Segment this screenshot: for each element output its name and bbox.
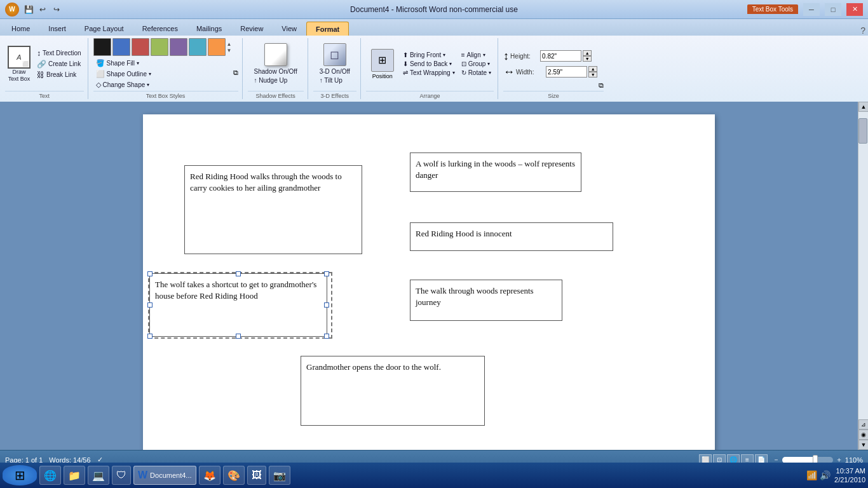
rotate-button[interactable]: ↻ Rotate ▾ <box>459 69 494 77</box>
width-input[interactable] <box>546 66 587 78</box>
swatch-black[interactable] <box>93 38 111 56</box>
width-down[interactable]: ▼ <box>588 72 597 78</box>
handle-br[interactable] <box>324 334 329 339</box>
taskbar-paint[interactable]: 🎨 <box>223 466 245 485</box>
draw-text-box-button[interactable]: A ⬜ DrawText Box <box>5 44 33 84</box>
styles-expand-button[interactable]: ⧉ <box>233 69 238 77</box>
arrange-content: ⊞ Position ⬆ Bring Front ▾ ⬇ Send to Bac… <box>366 38 494 90</box>
scroll-track[interactable] <box>858 112 868 419</box>
height-input[interactable] <box>540 50 581 62</box>
camera-icon: 📷 <box>273 470 286 482</box>
close-button[interactable]: ✕ <box>846 3 863 16</box>
start-button[interactable]: ⊞ <box>3 465 37 485</box>
scroll-up-button[interactable]: ▲ <box>858 102 868 112</box>
height-down[interactable]: ▼ <box>583 56 592 62</box>
taskbar-camera[interactable]: 📷 <box>269 466 290 485</box>
tab-references[interactable]: References <box>133 22 187 36</box>
swatch-green[interactable] <box>151 38 168 56</box>
taskbar-ie[interactable]: 🌐 <box>39 466 61 485</box>
align-arrow: ▾ <box>483 52 485 58</box>
redo-quick-button[interactable]: ↪ <box>51 4 62 15</box>
zoom-bar[interactable] <box>782 457 833 463</box>
shape-fill-button[interactable]: 🪣 Shape Fill ▾ <box>93 58 232 68</box>
tab-insert[interactable]: Insert <box>39 22 75 36</box>
size-expand-button[interactable]: ⧉ <box>599 81 604 90</box>
scroll-select[interactable]: ◉ <box>858 430 868 440</box>
textbox-2[interactable]: The wolf takes a shortcut to get to gran… <box>149 273 327 337</box>
threed-on-off[interactable]: 3-D On/Off <box>317 67 353 76</box>
tab-format[interactable]: Format <box>306 22 349 36</box>
bring-front-button[interactable]: ⬆ Bring Front ▾ <box>400 51 458 59</box>
draw-text-box-icon: A ⬜ <box>8 46 31 69</box>
shadow-on-off[interactable]: Shadow On/Off <box>252 67 300 76</box>
handle-mr[interactable] <box>324 302 329 308</box>
maximize-button[interactable]: □ <box>825 3 841 16</box>
textbox-5[interactable]: The walk through woods represents journe… <box>410 280 562 321</box>
word-icon: W <box>138 470 147 481</box>
create-link-button[interactable]: 🔗 Create Link <box>34 59 84 69</box>
minimize-button[interactable]: ─ <box>803 3 820 16</box>
swatch-red[interactable] <box>132 38 149 56</box>
shape-outline-button[interactable]: ⬜ Shape Outline ▾ <box>93 69 232 79</box>
taskbar-computer[interactable]: 💻 <box>88 466 109 485</box>
scroll-thumb[interactable] <box>858 118 867 144</box>
scroll-next-page[interactable]: ▼ <box>858 440 868 450</box>
swatch-blue[interactable] <box>112 38 130 56</box>
scroll-prev-page[interactable]: ⊿ <box>858 419 868 430</box>
taskbar-photos[interactable]: 🖼 <box>247 466 266 485</box>
save-quick-button[interactable]: 💾 <box>23 4 34 15</box>
swatch-teal[interactable] <box>189 38 207 56</box>
handle-tr[interactable] <box>324 271 329 276</box>
tab-home[interactable]: Home <box>3 22 39 36</box>
height-label: Height: <box>510 53 539 60</box>
explorer-icon: 📁 <box>68 470 81 482</box>
tab-review[interactable]: Review <box>231 22 272 36</box>
send-to-back-button[interactable]: ⬇ Send to Back ▾ <box>400 60 458 68</box>
break-link-button[interactable]: ⛓ Break Link <box>34 70 84 80</box>
swatch-scroll[interactable]: ▲ ▼ <box>227 38 232 56</box>
taskbar-word[interactable]: W Document4... <box>133 466 196 485</box>
text-direction-button[interactable]: ↕ Text Direction <box>34 48 84 58</box>
textbox-4[interactable]: Red Riding Hood is innocent <box>410 222 613 251</box>
height-row: ↕ Height: ▲ ▼ <box>503 50 597 63</box>
taskbar-security[interactable]: 🛡 <box>112 466 131 485</box>
office-button[interactable]: W <box>5 3 19 17</box>
width-up[interactable]: ▲ <box>588 66 597 72</box>
group-button[interactable]: ⊡ Group ▾ <box>459 60 494 68</box>
shape-fill-label: Shape Fill <box>107 60 135 67</box>
size-content: ↕ Height: ▲ ▼ ↔ Width: <box>503 38 604 90</box>
handle-tl[interactable] <box>147 271 153 276</box>
tab-page-layout[interactable]: Page Layout <box>76 22 133 36</box>
scroll-area[interactable]: Red Riding Hood walks through the woods … <box>0 102 858 450</box>
taskbar-firefox[interactable]: 🦊 <box>199 466 220 485</box>
shadow-effects-button[interactable]: Shadow On/Off ↑ Nudge Up <box>248 42 304 86</box>
align-icon: ≡ <box>461 51 465 58</box>
height-up[interactable]: ▲ <box>583 50 592 56</box>
handle-bl[interactable] <box>147 334 153 339</box>
taskbar-explorer[interactable]: 📁 <box>64 466 85 485</box>
handle-tm[interactable] <box>236 271 241 276</box>
text-wrapping-button[interactable]: ⇌ Text Wrapping ▾ <box>400 69 458 77</box>
align-button[interactable]: ≡ Align ▾ <box>459 51 494 59</box>
textbox-6[interactable]: Grandmother opens the door to the wolf. <box>301 356 485 426</box>
position-label: Position <box>372 73 393 79</box>
swatches-container: ▲ ▼ 🪣 Shape Fill ▾ ⬜ Shape Outline ▾ <box>93 38 232 90</box>
ribbon-tabs: Home Insert Page Layout References Maili… <box>0 19 868 36</box>
shadow-nudge-up[interactable]: ↑ Nudge Up <box>252 76 300 85</box>
change-shape-button[interactable]: ◇ Change Shape ▾ <box>93 80 232 90</box>
textbox-1[interactable]: Red Riding Hood walks through the woods … <box>184 165 362 254</box>
undo-quick-button[interactable]: ↩ <box>37 4 48 15</box>
ribbon-help-button[interactable]: ? <box>860 25 865 36</box>
create-link-label: Create Link <box>48 60 81 67</box>
position-button[interactable]: ⊞ Position <box>366 48 399 81</box>
threed-button[interactable]: ◻ 3-D On/Off ↑ Tilt Up <box>313 42 356 86</box>
swatch-purple[interactable] <box>170 38 187 56</box>
swatch-orange[interactable] <box>208 38 226 56</box>
handle-ml[interactable] <box>147 302 153 308</box>
tab-view[interactable]: View <box>273 22 306 36</box>
handle-bm[interactable] <box>236 334 241 339</box>
tab-mailings[interactable]: Mailings <box>187 22 231 36</box>
shadow-effects-label: Shadow Effects <box>248 91 304 99</box>
textbox-3[interactable]: A wolf is lurking in the woods – wolf re… <box>410 152 581 192</box>
threed-tilt-up[interactable]: ↑ Tilt Up <box>317 76 353 85</box>
